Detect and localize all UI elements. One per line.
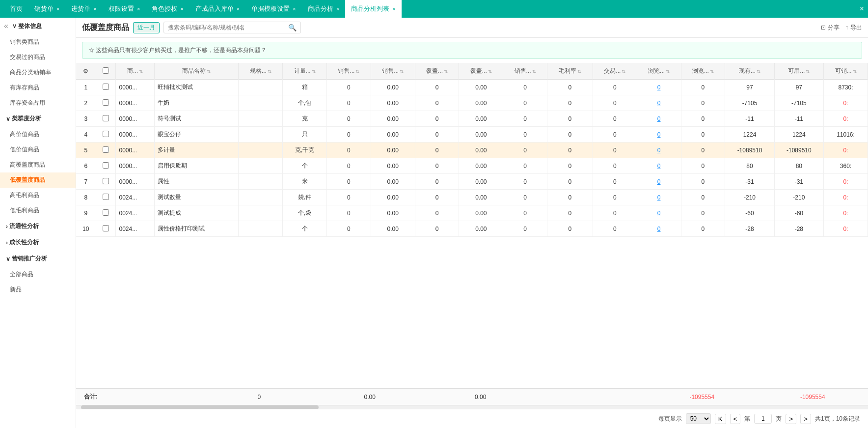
- row-browse1[interactable]: 0: [637, 174, 681, 190]
- sidebar-section-growth[interactable]: › 成长性分析: [0, 234, 76, 251]
- row-browse1[interactable]: 0: [637, 95, 681, 111]
- close-icon[interactable]: ×: [336, 6, 339, 12]
- horizontal-scrollbar[interactable]: [76, 405, 868, 409]
- sidebar-item-low-margin[interactable]: 低毛利商品: [0, 203, 76, 218]
- row-browse1[interactable]: 0: [637, 205, 681, 221]
- close-icon[interactable]: ×: [180, 6, 183, 12]
- sidebar-item-inventory-goods[interactable]: 有库存商品: [0, 80, 76, 95]
- row-browse1[interactable]: 0: [637, 190, 681, 205]
- sidebar-item-traded-goods[interactable]: 交易过的商品: [0, 50, 76, 65]
- sidebar-item-capital[interactable]: 库存资金占用: [0, 95, 76, 111]
- row-checkbox[interactable]: [96, 205, 116, 221]
- row-select-checkbox[interactable]: [103, 99, 109, 106]
- row-checkbox[interactable]: [96, 80, 116, 95]
- search-input[interactable]: [168, 24, 288, 31]
- first-page-button[interactable]: K: [715, 414, 726, 424]
- sidebar-item-category-rate[interactable]: 商品分类动销率: [0, 65, 76, 80]
- col-sellable[interactable]: 可销...: [824, 63, 868, 80]
- sidebar-item-low-value[interactable]: 低价值商品: [0, 142, 76, 157]
- close-icon[interactable]: ×: [56, 6, 59, 12]
- expand-arrow-icon: ›: [6, 223, 8, 230]
- col-name[interactable]: 商品名称: [154, 63, 239, 80]
- row-checkbox[interactable]: [96, 174, 116, 190]
- nav-finished[interactable]: 产成品入库单 ×: [190, 0, 245, 18]
- prev-page-button[interactable]: <: [730, 414, 741, 424]
- row-select-checkbox[interactable]: [103, 225, 109, 231]
- close-icon[interactable]: ×: [137, 6, 140, 12]
- row-browse1[interactable]: 0: [637, 158, 681, 174]
- col-sale-amt[interactable]: 销售...: [371, 63, 415, 80]
- row-select-checkbox[interactable]: [103, 84, 109, 90]
- col-cover2[interactable]: 覆盖...: [459, 63, 503, 80]
- col-available[interactable]: 可用...: [774, 63, 823, 80]
- col-code[interactable]: 商...: [116, 63, 154, 80]
- nav-goods-analysis-list[interactable]: 商品分析列表 ×: [345, 0, 401, 18]
- sidebar-item-new-goods[interactable]: 新品: [0, 282, 76, 297]
- close-icon[interactable]: ×: [237, 6, 240, 12]
- col-cover1[interactable]: 覆盖...: [415, 63, 459, 80]
- col-current[interactable]: 现有...: [725, 63, 774, 80]
- sidebar-item-all-goods[interactable]: 全部商品: [0, 267, 76, 282]
- sidebar-section-marketing[interactable]: ∨ 营销推广分析: [0, 251, 76, 267]
- sidebar-section-cluster[interactable]: ∨ 类群度分析: [0, 111, 76, 127]
- row-checkbox[interactable]: [96, 127, 116, 143]
- col-checkbox[interactable]: [96, 63, 116, 80]
- row-checkbox[interactable]: [96, 221, 116, 237]
- row-browse1[interactable]: 0: [637, 80, 681, 95]
- row-select-checkbox[interactable]: [103, 178, 109, 184]
- sidebar-section-overall[interactable]: ∨ 整体信息: [10, 22, 42, 30]
- sidebar-item-high-margin[interactable]: 高毛利商品: [0, 188, 76, 203]
- nav-role[interactable]: 角色授权 ×: [146, 0, 189, 18]
- row-select-checkbox[interactable]: [103, 194, 109, 200]
- footer-cover2: 0.00: [425, 394, 536, 400]
- row-select-checkbox[interactable]: [103, 131, 109, 137]
- col-browse2[interactable]: 浏览...: [681, 63, 725, 80]
- nav-template[interactable]: 单据模板设置 ×: [245, 0, 301, 18]
- row-checkbox[interactable]: [96, 158, 116, 174]
- col-browse1[interactable]: 浏览...: [637, 63, 681, 80]
- page-input[interactable]: [754, 414, 772, 424]
- row-checkbox[interactable]: [96, 111, 116, 127]
- period-badge[interactable]: 近一月: [133, 22, 160, 33]
- row-browse1[interactable]: 0: [637, 111, 681, 127]
- last-page-button[interactable]: >: [800, 414, 811, 424]
- sidebar-item-high-coverage[interactable]: 高覆盖度商品: [0, 157, 76, 172]
- col-sale3[interactable]: 销售...: [503, 63, 547, 80]
- col-gross[interactable]: 毛利率: [547, 63, 593, 80]
- col-trade[interactable]: 交易...: [593, 63, 637, 80]
- sidebar-item-high-value[interactable]: 高价值商品: [0, 127, 76, 142]
- row-checkbox[interactable]: [96, 190, 116, 205]
- col-gear[interactable]: [76, 63, 96, 80]
- row-select-checkbox[interactable]: [103, 146, 109, 153]
- col-unit[interactable]: 计量...: [283, 63, 327, 80]
- close-icon[interactable]: ×: [293, 6, 296, 12]
- next-page-button[interactable]: >: [786, 414, 796, 424]
- nav-purchase[interactable]: 进货单 ×: [65, 0, 102, 18]
- share-button[interactable]: ⊡ 分享: [821, 24, 840, 32]
- row-checkbox[interactable]: [96, 95, 116, 111]
- nav-sales[interactable]: 销货单 ×: [28, 0, 65, 18]
- per-page-select[interactable]: 50 20 100: [686, 413, 711, 424]
- row-select-checkbox[interactable]: [103, 209, 109, 216]
- window-close-button[interactable]: ×: [860, 4, 864, 13]
- close-icon[interactable]: ×: [392, 6, 395, 12]
- sidebar-section-circulation[interactable]: › 流通性分析: [0, 218, 76, 234]
- row-checkbox[interactable]: [96, 143, 116, 158]
- row-browse1[interactable]: 0: [637, 221, 681, 237]
- col-spec[interactable]: 规格...: [239, 63, 283, 80]
- nav-permission[interactable]: 权限设置 ×: [103, 0, 146, 18]
- nav-home[interactable]: 首页: [4, 0, 28, 18]
- select-all-checkbox[interactable]: [103, 67, 109, 74]
- sidebar-collapse-button[interactable]: «: [4, 22, 8, 30]
- row-select-checkbox[interactable]: [103, 162, 109, 169]
- row-browse1[interactable]: 0: [637, 143, 681, 158]
- col-sale-qty[interactable]: 销售...: [327, 63, 371, 80]
- row-name: 旺辅批次测试: [154, 80, 239, 95]
- export-button[interactable]: ↑ 导出: [845, 24, 862, 32]
- row-browse1[interactable]: 0: [637, 127, 681, 143]
- sidebar-item-sales-goods[interactable]: 销售类商品: [0, 34, 76, 50]
- row-select-checkbox[interactable]: [103, 115, 109, 121]
- close-icon[interactable]: ×: [93, 6, 96, 12]
- nav-goods-analysis[interactable]: 商品分析 ×: [302, 0, 345, 18]
- sidebar-item-low-coverage[interactable]: 低覆盖度商品: [0, 172, 76, 188]
